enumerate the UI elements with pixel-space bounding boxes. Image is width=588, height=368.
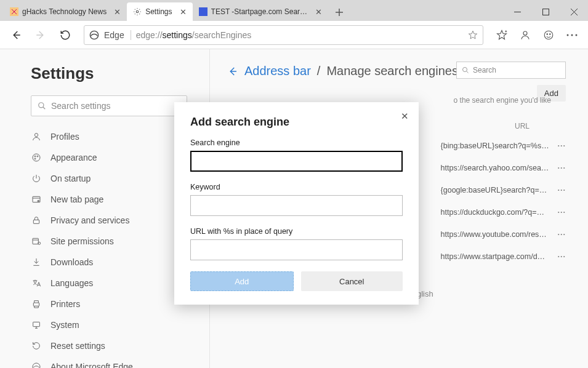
svg-point-11 xyxy=(576,34,578,36)
dialog-cancel-button[interactable]: Cancel xyxy=(301,271,403,291)
tab-label: gHacks Technology News xyxy=(22,7,107,16)
search-placeholder: Search settings xyxy=(51,101,111,111)
close-icon[interactable]: ✕ xyxy=(114,7,121,17)
field-label-url: URL with %s in place of query xyxy=(190,227,403,236)
engine-row: {google:baseURL}search?q=%…··· xyxy=(441,186,566,194)
close-window-button[interactable] xyxy=(560,2,588,21)
power-icon xyxy=(31,174,42,183)
forward-button[interactable] xyxy=(30,24,52,46)
maximize-button[interactable] xyxy=(531,2,560,21)
engine-row: https://search.yahoo.com/sea…··· xyxy=(441,164,566,172)
nav-newtab[interactable]: New tab page xyxy=(31,189,187,210)
nav-site-permissions[interactable]: Site permissions xyxy=(31,231,187,252)
nav-reset[interactable]: Reset settings xyxy=(31,335,187,356)
close-icon[interactable]: ✕ xyxy=(315,7,322,17)
minimize-button[interactable] xyxy=(503,2,531,21)
engine-row: {bing:baseURL}search?q=%s…··· xyxy=(441,142,566,150)
more-icon[interactable]: ··· xyxy=(558,252,566,261)
printer-icon xyxy=(31,299,42,309)
tab-startpage[interactable]: TEST -Startpage.com Search resu ✕ xyxy=(193,2,328,21)
svg-rect-21 xyxy=(33,238,38,244)
toolbar-right xyxy=(491,24,583,46)
add-search-engine-dialog: ✕ Add search engine Search engine Keywor… xyxy=(174,102,419,305)
back-button[interactable] xyxy=(5,24,27,46)
favorites-button[interactable] xyxy=(491,24,513,46)
favicon-startpage xyxy=(199,7,207,16)
dialog-title: Add search engine xyxy=(190,116,403,129)
svg-point-12 xyxy=(39,103,44,108)
engine-row: https://duckduckgo.com/?q=…··· xyxy=(441,208,566,217)
close-icon[interactable]: ✕ xyxy=(180,7,187,17)
search-icon xyxy=(38,102,46,110)
more-icon[interactable]: ··· xyxy=(558,164,566,172)
address-bar[interactable]: Edge edge://settings/searchEngines xyxy=(84,25,483,45)
new-tab-button[interactable] xyxy=(331,4,348,21)
svg-point-26 xyxy=(463,68,467,72)
titlebar: gHacks Technology News ✕ Settings ✕ TEST… xyxy=(0,0,588,21)
column-url: URL xyxy=(515,122,530,130)
more-icon[interactable]: ··· xyxy=(558,208,566,217)
svg-point-1 xyxy=(136,10,139,13)
dialog-buttons: Add Cancel xyxy=(190,271,403,291)
search-engine-input[interactable] xyxy=(190,151,403,172)
tab-settings[interactable]: Settings ✕ xyxy=(127,2,192,21)
svg-point-17 xyxy=(34,158,36,159)
settings-nav: Profiles Appearance On startup New tab p… xyxy=(31,126,187,368)
nav-printers[interactable]: Printers xyxy=(31,294,187,314)
menu-button[interactable] xyxy=(561,24,583,46)
nav-languages[interactable]: Languages xyxy=(31,273,187,294)
svg-point-8 xyxy=(550,33,551,34)
nav-profiles[interactable]: Profiles xyxy=(31,126,187,147)
field-label-search-engine: Search engine xyxy=(190,138,403,147)
search-settings-input[interactable]: Search settings xyxy=(31,95,187,116)
edge-icon xyxy=(31,362,42,368)
svg-point-6 xyxy=(544,31,553,39)
svg-point-5 xyxy=(523,31,527,35)
more-icon[interactable]: ··· xyxy=(558,142,566,150)
field-label-keyword: Keyword xyxy=(190,183,403,191)
nav-startup[interactable]: On startup xyxy=(31,168,187,189)
search-engines-search[interactable]: Search xyxy=(456,62,566,79)
dialog-add-button[interactable]: Add xyxy=(190,271,294,291)
svg-point-16 xyxy=(37,156,38,157)
engine-row: https://www.startpage.com/d…··· xyxy=(441,252,566,261)
refresh-button[interactable] xyxy=(54,24,76,46)
tab-strip: gHacks Technology News ✕ Settings ✕ TEST… xyxy=(0,0,348,21)
svg-rect-2 xyxy=(199,7,207,16)
engines-list: {bing:baseURL}search?q=%s…··· https://se… xyxy=(441,142,566,261)
lock-icon xyxy=(31,215,42,225)
svg-point-10 xyxy=(571,34,573,36)
gear-icon xyxy=(133,7,142,16)
dialog-close-icon[interactable]: ✕ xyxy=(401,111,409,122)
svg-point-7 xyxy=(547,33,548,34)
nav-privacy[interactable]: Privacy and services xyxy=(31,210,187,231)
svg-point-9 xyxy=(567,34,569,36)
tab-ghacks[interactable]: gHacks Technology News ✕ xyxy=(4,2,127,21)
feedback-button[interactable] xyxy=(538,24,560,46)
window-controls xyxy=(503,2,588,21)
hint-text: o the search engine you'd like xyxy=(454,96,551,105)
breadcrumb-link[interactable]: Address bar xyxy=(244,64,311,78)
favorite-star-icon[interactable] xyxy=(468,30,478,40)
identity-label: Edge xyxy=(104,30,131,40)
svg-rect-24 xyxy=(33,322,40,326)
svg-rect-20 xyxy=(33,220,39,223)
more-icon[interactable]: ··· xyxy=(558,230,566,239)
keyword-input[interactable] xyxy=(190,195,403,216)
svg-point-13 xyxy=(34,134,38,137)
permissions-icon xyxy=(31,236,42,246)
system-icon xyxy=(31,320,42,330)
engine-row: https://www.youtube.com/res…··· xyxy=(441,230,566,239)
nav-about[interactable]: About Microsoft Edge xyxy=(31,356,187,368)
tab-label: TEST -Startpage.com Search resu xyxy=(211,7,308,16)
nav-appearance[interactable]: Appearance xyxy=(31,147,187,168)
nav-downloads[interactable]: Downloads xyxy=(31,252,187,273)
url-text: edge://settings/searchEngines xyxy=(136,30,463,40)
profile-button[interactable] xyxy=(514,24,536,46)
breadcrumb-current: Manage search engines xyxy=(326,64,457,78)
nav-system[interactable]: System xyxy=(31,314,187,335)
url-input[interactable] xyxy=(190,239,403,260)
appearance-icon xyxy=(31,153,42,162)
more-icon[interactable]: ··· xyxy=(558,186,566,194)
breadcrumb-back-icon[interactable] xyxy=(227,66,238,77)
